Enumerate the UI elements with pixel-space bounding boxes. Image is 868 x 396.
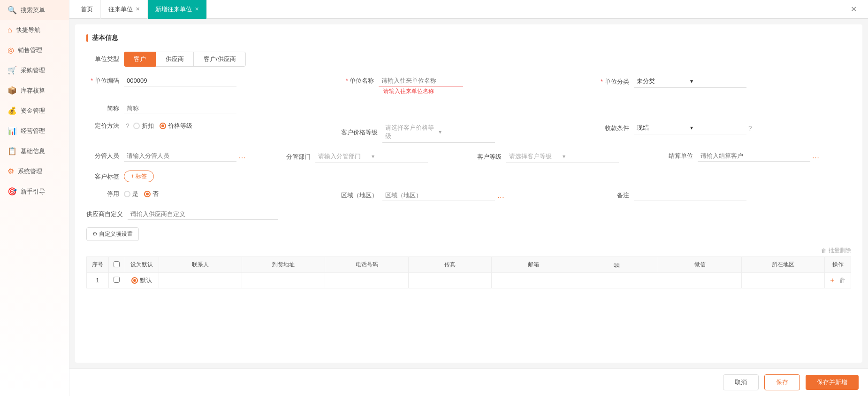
row-default-radio-label[interactable]: 默认: [130, 276, 154, 285]
select-all-checkbox[interactable]: [114, 261, 120, 267]
unit-btn-supplier[interactable]: 供应商: [156, 52, 194, 67]
batch-delete-button[interactable]: 🗑 批量删除: [86, 247, 851, 255]
unit-category-select[interactable]: 未分类 ▾: [634, 75, 746, 88]
del-row-button[interactable]: 🗑: [839, 277, 845, 284]
supplier-custom-input[interactable]: [128, 209, 278, 220]
payment-help-icon[interactable]: ?: [748, 124, 752, 132]
price-level-radio[interactable]: [160, 123, 166, 129]
payment-terms-select[interactable]: 现结 ▾: [634, 122, 746, 134]
disabled-no-option[interactable]: 否: [144, 190, 159, 198]
field-customer-price-level: 客户价格等级 请选择客户价格等级 ▾: [341, 122, 596, 143]
email-input[interactable]: [496, 277, 570, 284]
col-contact: 联系人: [159, 257, 242, 273]
settlement-more-icon[interactable]: …: [810, 152, 822, 160]
row-contact[interactable]: [159, 273, 242, 288]
pricing-help-icon[interactable]: ?: [126, 122, 129, 130]
field-unit-code: 单位编码: [86, 75, 341, 86]
tab-home[interactable]: 首页: [73, 0, 101, 19]
row-region-cell[interactable]: [741, 273, 824, 288]
row-disabled-region: 停用 是 否 区域（地区） … 备注: [86, 190, 851, 201]
region-cell-input[interactable]: [746, 277, 820, 284]
sidebar-item-basic[interactable]: 📋 基础信息: [0, 141, 69, 161]
customer-price-level-select[interactable]: 请选择客户价格等级 ▾: [382, 122, 495, 143]
disabled-yes-option[interactable]: 是: [124, 190, 138, 198]
disabled-no-radio[interactable]: [144, 191, 151, 197]
row-wechat[interactable]: [658, 273, 741, 288]
unit-type-label: 单位类型: [86, 55, 124, 63]
region-input[interactable]: [382, 190, 495, 201]
row-qq[interactable]: [575, 273, 658, 288]
short-name-input[interactable]: [124, 103, 236, 114]
form-area: 基本信息 单位类型 客户 供应商 客户/供应商 单位编码 单位名称 请输入往来: [75, 24, 862, 363]
unit-btn-both[interactable]: 客户/供应商: [194, 52, 246, 67]
row-address[interactable]: [242, 273, 325, 288]
row-supplier-custom: 供应商自定义: [86, 209, 851, 220]
field-payment-terms: 收款条件 现结 ▾ ?: [596, 122, 851, 134]
dept-label: 分管部门: [278, 153, 315, 161]
tag-label: 客户标签: [86, 172, 124, 181]
col-address: 到货地址: [242, 257, 325, 273]
save-add-button[interactable]: 保存并新增: [806, 375, 859, 390]
row-checkbox[interactable]: [114, 277, 120, 283]
manager-input[interactable]: [124, 150, 236, 162]
batch-delete-icon: 🗑: [821, 248, 827, 254]
row-phone[interactable]: [325, 273, 408, 288]
close-all-button[interactable]: ✕: [843, 5, 864, 14]
unit-name-input[interactable]: [379, 75, 463, 86]
unit-code-input[interactable]: [124, 75, 236, 86]
pricing-label: 定价方法: [86, 122, 124, 130]
sidebar-item-guide[interactable]: 🎯 新手引导: [0, 181, 69, 202]
disabled-radio-group: 是 否: [124, 190, 159, 198]
sidebar-search[interactable]: 🔍 搜索菜单: [0, 0, 69, 20]
tab-new-contact[interactable]: 新增往来单位 ✕: [148, 0, 207, 19]
sidebar-item-inventory[interactable]: 📦 库存核算: [0, 80, 69, 101]
footer: 取消 保存 保存并新增: [69, 368, 868, 396]
add-tag-button[interactable]: + 标签: [124, 171, 154, 182]
pricing-discount-option[interactable]: 折扣: [133, 122, 154, 130]
sidebar-item-operations[interactable]: 📊 经营管理: [0, 121, 69, 141]
row-code-name-cat: 单位编码 单位名称 请输入往来单位名称 单位分类 未分类 ▾: [86, 75, 851, 95]
disabled-label: 停用: [86, 190, 124, 198]
row-default-label: 默认: [140, 276, 152, 285]
tab-contacts[interactable]: 往来单位 ✕: [101, 0, 148, 19]
customer-level-select[interactable]: 请选择客户等级 ▾: [506, 150, 619, 163]
sidebar-item-sales[interactable]: ◎ 销售管理: [0, 40, 69, 60]
cancel-button[interactable]: 取消: [723, 374, 759, 390]
fax-input[interactable]: [413, 277, 487, 284]
unit-cat-label: 单位分类: [596, 78, 634, 86]
wechat-input[interactable]: [663, 277, 736, 284]
unit-btn-customer[interactable]: 客户: [124, 52, 156, 67]
cl-label: 客户等级: [469, 153, 506, 161]
remark-label: 备注: [596, 191, 634, 200]
col-checkbox[interactable]: [108, 257, 125, 273]
phone-input[interactable]: [330, 277, 403, 284]
address-input[interactable]: [247, 277, 320, 284]
custom-settings-button[interactable]: ⚙ 自定义项设置: [86, 227, 139, 241]
field-customer-tag: 客户标签 + 标签: [86, 171, 851, 182]
save-button[interactable]: 保存: [764, 374, 800, 390]
manager-more-icon[interactable]: …: [236, 152, 248, 160]
row-check[interactable]: [108, 273, 125, 288]
contact-input[interactable]: [164, 277, 237, 284]
sidebar-item-system[interactable]: ⚙ 系统管理: [0, 161, 69, 181]
region-more-icon[interactable]: …: [495, 191, 506, 200]
settlement-unit-input[interactable]: [698, 150, 810, 162]
close-contacts-icon[interactable]: ✕: [136, 6, 140, 12]
disabled-yes-radio[interactable]: [124, 191, 130, 197]
department-select[interactable]: 请输入分管部门 ▾: [315, 150, 428, 163]
dept-arrow-icon: ▾: [372, 153, 425, 160]
add-row-button[interactable]: +: [830, 276, 834, 284]
discount-radio[interactable]: [133, 123, 140, 129]
sidebar-item-quick-nav[interactable]: ⌂ 快捷导航: [0, 20, 69, 40]
region-label: 区域（地区）: [341, 191, 382, 200]
qq-input[interactable]: [580, 277, 653, 284]
sidebar-item-purchase[interactable]: 🛒 采购管理: [0, 60, 69, 80]
pricing-level-option[interactable]: 价格等级: [160, 122, 192, 130]
row-fax[interactable]: [408, 273, 491, 288]
sidebar-item-finance[interactable]: 💰 资金管理: [0, 101, 69, 121]
row-email[interactable]: [492, 273, 575, 288]
remark-input[interactable]: [634, 190, 746, 201]
row-action: + 🗑: [825, 273, 851, 288]
row-default-radio[interactable]: [131, 277, 138, 284]
close-new-contact-icon[interactable]: ✕: [195, 6, 199, 12]
